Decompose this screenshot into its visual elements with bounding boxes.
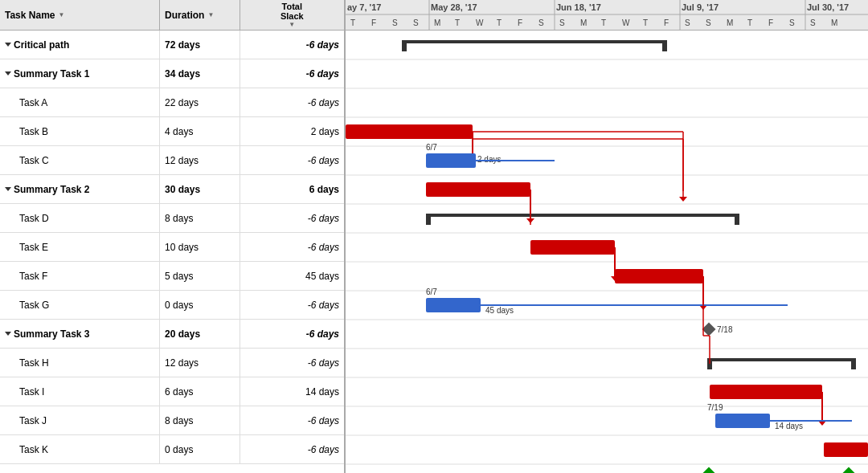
cell-slack-taskG: -6 days <box>240 291 344 319</box>
cell-name-summary2: Summary Task 2 <box>0 175 160 203</box>
row-taskA[interactable]: Task A 22 days -6 days <box>0 88 344 117</box>
label-taskF-date: 6/7 <box>426 287 437 296</box>
cell-duration-taskF: 5 days <box>160 262 240 290</box>
cell-duration-taskI: 6 days <box>160 377 240 406</box>
cell-slack-summary3: -6 days <box>240 320 344 348</box>
svg-text:T: T <box>455 18 460 27</box>
cell-name-taskJ: Task J <box>0 406 160 434</box>
bar-taskE <box>615 269 703 283</box>
col-duration-label: Duration <box>165 10 204 21</box>
gantt-header: ay 7, '17 May 28, '17 Jun 18, '17 Jul 9,… <box>346 0 868 31</box>
cell-name-taskD: Task D <box>0 204 160 232</box>
cell-duration-summary1: 34 days <box>160 59 240 88</box>
cell-duration-taskJ: 8 days <box>160 406 240 434</box>
cell-slack-taskJ: -6 days <box>240 406 344 434</box>
bar-taskC <box>426 182 530 197</box>
row-summary2[interactable]: Summary Task 2 30 days 6 days <box>0 175 344 204</box>
bar-taskD <box>530 240 615 255</box>
svg-text:T: T <box>643 18 648 27</box>
cell-duration-taskH: 12 days <box>160 349 240 377</box>
cell-duration-taskB: 4 days <box>160 117 240 145</box>
svg-text:S: S <box>413 18 419 27</box>
svg-text:F: F <box>664 18 669 27</box>
row-taskG[interactable]: Task G 0 days -6 days <box>0 291 344 320</box>
row-taskD[interactable]: Task D 8 days -6 days <box>0 204 344 233</box>
row-taskJ[interactable]: Task J 8 days -6 days <box>0 406 344 435</box>
cell-duration-taskD: 8 days <box>160 204 240 232</box>
svg-text:T: T <box>350 18 355 27</box>
gantt-chart: ay 7, '17 May 28, '17 Jun 18, '17 Jul 9,… <box>346 0 868 473</box>
row-taskE[interactable]: Task E 10 days -6 days <box>0 233 344 262</box>
col-name-sort-icon[interactable]: ▼ <box>58 11 64 18</box>
svg-text:S: S <box>559 18 565 27</box>
cell-name-critical-path: Critical path <box>0 31 160 59</box>
cell-slack-taskC: -6 days <box>240 146 344 174</box>
bar-taskB <box>426 153 476 168</box>
cell-slack-taskI: 14 days <box>240 377 344 406</box>
cell-duration-taskA: 22 days <box>160 88 240 116</box>
bar-taskA <box>346 124 473 139</box>
cell-name-taskI: Task I <box>0 377 160 406</box>
svg-rect-63 <box>707 358 712 369</box>
row-critical-path[interactable]: Critical path 72 days -6 days <box>0 31 344 59</box>
svg-marker-58 <box>611 276 619 281</box>
label-taskB-date: 6/7 <box>426 143 437 152</box>
cell-duration-summary3: 20 days <box>160 320 240 348</box>
cell-slack-taskA: -6 days <box>240 88 344 116</box>
bar-taskF <box>426 298 481 312</box>
cell-name-summary1: Summary Task 1 <box>0 59 160 88</box>
cell-slack-summary1: -6 days <box>240 59 344 88</box>
col-slack-line2: Slack <box>280 11 304 21</box>
row-taskI[interactable]: Task I 6 days 14 days <box>0 377 344 406</box>
cell-slack-taskD: -6 days <box>240 204 344 232</box>
label-taskG-date: 7/18 <box>717 325 733 334</box>
expand-icon-summary3[interactable] <box>5 332 11 336</box>
cell-slack-taskH: -6 days <box>240 349 344 377</box>
row-summary3[interactable]: Summary Task 3 20 days -6 days <box>0 320 344 349</box>
svg-text:S: S <box>789 18 795 27</box>
svg-text:F: F <box>371 18 376 27</box>
row-taskC[interactable]: Task C 12 days -6 days <box>0 146 344 175</box>
expand-icon-summary1[interactable] <box>5 71 11 75</box>
date-label-jun18: Jun 18, '17 <box>556 2 601 12</box>
cell-name-taskF: Task F <box>0 262 160 290</box>
svg-text:S: S <box>810 18 816 27</box>
expand-icon-summary2[interactable] <box>5 187 11 191</box>
expand-icon-critical-path[interactable] <box>5 43 11 47</box>
svg-text:W: W <box>476 18 484 27</box>
bar-taskJ <box>824 442 868 457</box>
svg-text:S: S <box>706 18 711 27</box>
row-taskF[interactable]: Task F 5 days 45 days <box>0 262 344 291</box>
cell-slack-taskK: -6 days <box>240 435 344 463</box>
col-name-header[interactable]: Task Name ▼ <box>0 0 160 30</box>
task-table: Task Name ▼ Duration ▼ Total Slack ▼ Cri… <box>0 0 346 473</box>
cell-slack-taskF: 45 days <box>240 262 344 290</box>
svg-rect-44 <box>402 40 667 43</box>
cell-name-taskG: Task G <box>0 291 160 319</box>
date-label-jul9: Jul 9, '17 <box>682 2 719 12</box>
bar-taskI <box>715 414 770 428</box>
svg-text:F: F <box>768 18 773 27</box>
col-slack-sort-icon[interactable]: ▼ <box>289 21 295 28</box>
label-taskI-slack: 14 days <box>775 422 803 430</box>
milestone-taskK2 <box>842 467 856 473</box>
row-taskB[interactable]: Task B 4 days 2 days <box>0 117 344 146</box>
col-name-label: Task Name <box>5 10 55 21</box>
col-duration-header[interactable]: Duration ▼ <box>160 0 240 30</box>
row-summary1[interactable]: Summary Task 1 34 days -6 days <box>0 59 344 88</box>
gantt-bars-svg: 6/7 2 days <box>346 31 868 473</box>
svg-rect-64 <box>851 358 856 369</box>
row-taskK[interactable]: Task K 0 days -6 days <box>0 435 344 464</box>
col-duration-sort-icon[interactable]: ▼ <box>207 11 214 18</box>
col-slack-header[interactable]: Total Slack ▼ <box>240 0 344 30</box>
svg-rect-45 <box>402 40 407 51</box>
label-taskI-date: 7/19 <box>707 403 723 412</box>
svg-text:T: T <box>747 18 752 27</box>
svg-marker-51 <box>526 218 534 223</box>
cell-name-taskH: Task H <box>0 349 160 377</box>
milestone-taskG <box>702 323 716 336</box>
cell-name-taskE: Task E <box>0 233 160 261</box>
milestone-taskK <box>702 467 716 473</box>
svg-text:T: T <box>497 18 502 27</box>
row-taskH[interactable]: Task H 12 days -6 days <box>0 349 344 377</box>
